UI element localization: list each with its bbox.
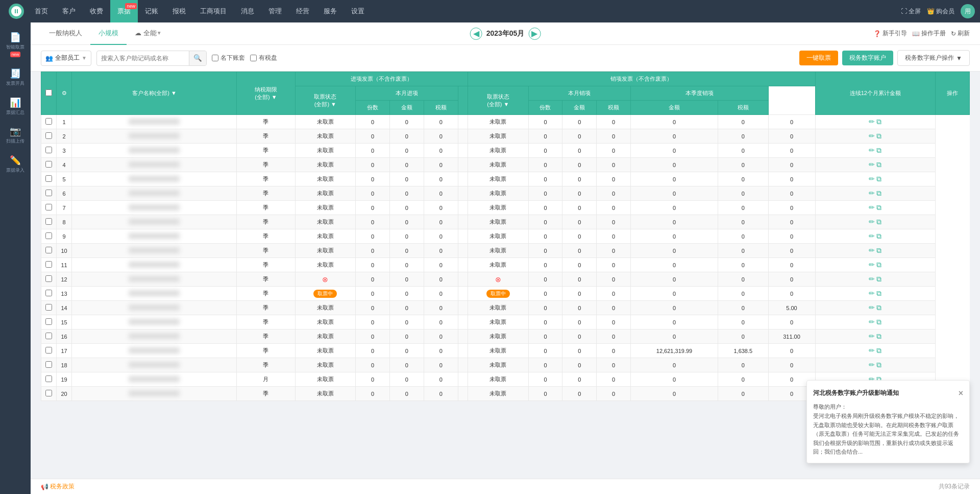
- row-checkbox-cell[interactable]: [41, 301, 57, 315]
- th-client-name[interactable]: 客户名称(全部) ▼: [72, 72, 237, 115]
- row-checkbox-cell[interactable]: [41, 358, 57, 372]
- nav-tax[interactable]: 报税: [165, 0, 193, 22]
- member-btn[interactable]: 👑 购会员: [927, 7, 954, 16]
- search-button[interactable]: 🔍: [189, 51, 206, 65]
- edit-icon[interactable]: ✏: [869, 189, 875, 197]
- copy-icon[interactable]: ⧉: [876, 261, 881, 269]
- nav-operation[interactable]: 经营: [289, 0, 316, 22]
- row-checkbox[interactable]: [45, 190, 52, 196]
- copy-icon[interactable]: ⧉: [876, 175, 881, 183]
- row-checkbox-cell[interactable]: [41, 201, 57, 215]
- edit-icon[interactable]: ✏: [869, 175, 875, 183]
- row-checkbox[interactable]: [45, 375, 52, 382]
- copy-icon[interactable]: ⧉: [876, 361, 881, 369]
- copy-icon[interactable]: ⧉: [876, 346, 881, 355]
- nav-message[interactable]: 消息: [234, 0, 261, 22]
- nav-settings[interactable]: 设置: [344, 0, 372, 22]
- row-checkbox-cell[interactable]: [41, 172, 57, 186]
- copy-icon[interactable]: ⧉: [876, 132, 881, 140]
- copy-icon[interactable]: ⧉: [876, 275, 881, 283]
- row-checkbox[interactable]: [45, 304, 52, 311]
- edit-icon[interactable]: ✏: [869, 117, 875, 126]
- copy-icon[interactable]: ⧉: [876, 160, 881, 169]
- sidebar-item-smart-invoice[interactable]: 📄 智能取票 new: [0, 28, 31, 61]
- tax-policy-link[interactable]: 📢 税务政策: [41, 482, 75, 491]
- row-checkbox-cell[interactable]: [41, 387, 57, 401]
- row-checkbox-cell[interactable]: [41, 215, 57, 229]
- copy-icon[interactable]: ⧉: [876, 289, 881, 297]
- edit-icon[interactable]: ✏: [869, 246, 875, 254]
- copy-icon[interactable]: ⧉: [876, 218, 881, 226]
- sidebar-item-record[interactable]: ✏️ 票据录入: [0, 151, 31, 177]
- tab-all-capability[interactable]: ☁ 全能 ▼: [127, 22, 170, 45]
- sidebar-item-open-invoice[interactable]: 🧾 发票开具: [0, 64, 31, 90]
- refresh-btn[interactable]: ↻ 刷新: [951, 29, 970, 38]
- copy-icon[interactable]: ⧉: [876, 318, 881, 326]
- row-checkbox-cell[interactable]: [41, 186, 57, 201]
- row-checkbox-cell[interactable]: [41, 158, 57, 172]
- copy-icon[interactable]: ⧉: [876, 332, 881, 340]
- copy-icon[interactable]: ⧉: [876, 232, 881, 240]
- copy-icon[interactable]: ⧉: [876, 203, 881, 211]
- row-checkbox-cell[interactable]: [41, 287, 57, 301]
- nav-manage[interactable]: 管理: [261, 0, 289, 22]
- row-checkbox-cell[interactable]: [41, 372, 57, 387]
- employee-filter[interactable]: 👥 全部员工 ▼: [41, 51, 91, 66]
- copy-icon[interactable]: ⧉: [876, 303, 881, 312]
- row-checkbox[interactable]: [45, 361, 52, 368]
- row-checkbox-cell[interactable]: [41, 115, 57, 129]
- edit-icon[interactable]: ✏: [869, 275, 875, 283]
- manual-btn[interactable]: 📖 操作手册: [912, 29, 946, 38]
- row-checkbox-cell[interactable]: [41, 144, 57, 158]
- row-checkbox[interactable]: [45, 147, 52, 153]
- edit-icon[interactable]: ✏: [869, 132, 875, 140]
- nav-accounting[interactable]: 记账: [138, 0, 165, 22]
- edit-icon[interactable]: ✏: [869, 261, 875, 269]
- one-click-invoice-btn[interactable]: 一键取票: [799, 51, 838, 65]
- edit-icon[interactable]: ✏: [869, 232, 875, 240]
- next-month-btn[interactable]: ▶: [528, 28, 541, 40]
- row-checkbox[interactable]: [45, 347, 52, 354]
- row-checkbox[interactable]: [45, 318, 52, 325]
- row-checkbox-cell[interactable]: [41, 315, 57, 330]
- edit-icon[interactable]: ✏: [869, 218, 875, 226]
- row-checkbox[interactable]: [45, 218, 52, 225]
- nav-invoice[interactable]: 票据 new: [110, 0, 138, 22]
- sub-account-check[interactable]: [212, 55, 218, 61]
- digital-account-ops-btn[interactable]: 税务数字账户操作 ▼: [897, 50, 970, 66]
- row-checkbox[interactable]: [45, 261, 52, 268]
- sub-account-checkbox[interactable]: 名下账套: [212, 54, 245, 62]
- copy-icon[interactable]: ⧉: [876, 146, 881, 154]
- tab-general-taxpayer[interactable]: 一般纳税人: [41, 22, 90, 45]
- popup-close-btn[interactable]: ×: [959, 387, 963, 400]
- sidebar-item-summary[interactable]: 📊 票据汇总: [0, 93, 31, 120]
- row-checkbox[interactable]: [45, 132, 52, 139]
- edit-icon[interactable]: ✏: [869, 146, 875, 154]
- nav-home[interactable]: 首页: [28, 0, 55, 22]
- nav-billing[interactable]: 收费: [83, 0, 110, 22]
- tab-small-scale[interactable]: 小规模: [90, 22, 127, 45]
- nav-service[interactable]: 服务: [316, 0, 344, 22]
- row-checkbox-cell[interactable]: [41, 330, 57, 344]
- row-checkbox[interactable]: [45, 247, 52, 253]
- edit-icon[interactable]: ✏: [869, 160, 875, 169]
- tax-disk-checkbox[interactable]: 有税盘: [250, 54, 277, 62]
- avatar[interactable]: 用: [961, 4, 975, 18]
- copy-icon[interactable]: ⧉: [876, 117, 881, 126]
- th-in-status[interactable]: 取票状态(全部) ▼: [295, 86, 356, 115]
- sidebar-item-scan[interactable]: 📷 扫描上传: [0, 122, 31, 148]
- edit-icon[interactable]: ✏: [869, 332, 875, 340]
- edit-icon[interactable]: ✏: [869, 346, 875, 355]
- edit-icon[interactable]: ✏: [869, 203, 875, 211]
- select-all-checkbox[interactable]: [45, 89, 52, 96]
- edit-icon[interactable]: ✏: [869, 318, 875, 326]
- th-tax-period[interactable]: 纳税期限(全部) ▼: [237, 72, 295, 115]
- row-checkbox[interactable]: [45, 333, 52, 339]
- nav-business[interactable]: 工商项目: [193, 0, 234, 22]
- digital-account-btn[interactable]: 税务数字账户: [842, 51, 893, 65]
- row-checkbox-cell[interactable]: [41, 344, 57, 358]
- nav-customer[interactable]: 客户: [55, 0, 83, 22]
- row-checkbox[interactable]: [45, 204, 52, 210]
- prev-month-btn[interactable]: ◀: [470, 28, 482, 40]
- row-checkbox[interactable]: [45, 275, 52, 282]
